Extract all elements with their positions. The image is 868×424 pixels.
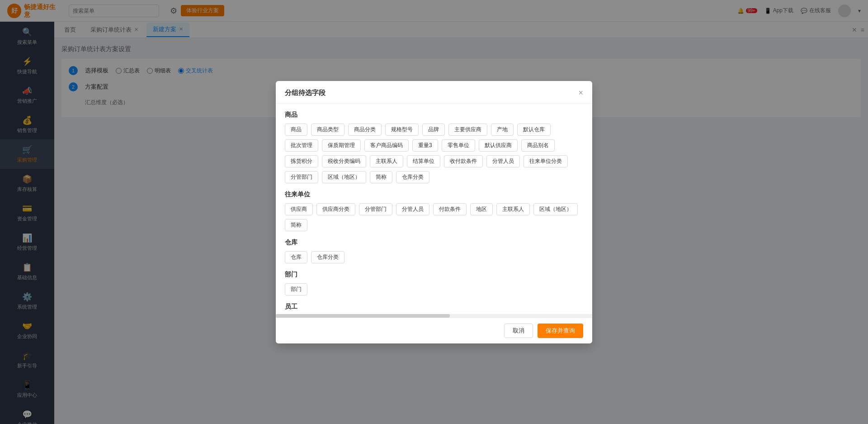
field-tag-0-16[interactable]: 税收分类编码 bbox=[322, 155, 366, 167]
field-tag-0-12[interactable]: 零售单位 bbox=[442, 139, 475, 152]
field-tag-0-6[interactable]: 产地 bbox=[491, 124, 514, 136]
field-tag-1-4[interactable]: 付款条件 bbox=[433, 203, 467, 215]
field-tag-0-13[interactable]: 默认供应商 bbox=[479, 139, 518, 152]
section-1: 往来单位供应商供应商分类分管部门分管人员付款条件地区主联系人区域（地区）简称 bbox=[285, 191, 583, 231]
field-tag-0-3[interactable]: 规格型号 bbox=[385, 124, 419, 136]
section-title-1: 往来单位 bbox=[285, 191, 583, 199]
field-tag-0-22[interactable]: 分管部门 bbox=[285, 171, 318, 183]
field-tag-0-15[interactable]: 拣货积分 bbox=[285, 155, 318, 167]
cancel-button[interactable]: 取消 bbox=[504, 324, 533, 338]
field-tag-0-24[interactable]: 简称 bbox=[370, 171, 392, 183]
section-title-3: 部门 bbox=[285, 271, 583, 279]
field-tag-1-0[interactable]: 供应商 bbox=[285, 203, 313, 215]
field-tag-0-20[interactable]: 分管人员 bbox=[486, 155, 520, 167]
field-tag-1-3[interactable]: 分管人员 bbox=[396, 203, 429, 215]
modal-footer: 取消 保存并查询 bbox=[276, 318, 592, 343]
field-tag-0-23[interactable]: 区域（地区） bbox=[322, 171, 366, 183]
field-tag-0-14[interactable]: 商品别名 bbox=[521, 139, 555, 152]
modal-header: 分组待选字段 × bbox=[276, 81, 592, 104]
field-tag-0-9[interactable]: 保质期管理 bbox=[322, 139, 361, 152]
field-tag-1-2[interactable]: 分管部门 bbox=[359, 203, 392, 215]
field-tag-0-0[interactable]: 商品 bbox=[285, 124, 307, 136]
field-tag-2-0[interactable]: 仓库 bbox=[285, 251, 307, 263]
field-tag-3-0[interactable]: 部门 bbox=[285, 283, 307, 295]
section-tags-0: 商品商品类型商品分类规格型号品牌主要供应商产地默认仓库批次管理保质期管理客户商品… bbox=[285, 124, 583, 183]
save-query-button[interactable]: 保存并查询 bbox=[538, 324, 583, 338]
field-tag-1-1[interactable]: 供应商分类 bbox=[316, 203, 355, 215]
field-tag-1-8[interactable]: 简称 bbox=[285, 219, 307, 231]
section-3: 部门部门 bbox=[285, 271, 583, 295]
modal-title: 分组待选字段 bbox=[285, 89, 326, 97]
section-title-4: 员工 bbox=[285, 303, 583, 311]
field-tag-0-21[interactable]: 往来单位分类 bbox=[524, 155, 568, 167]
section-tags-2: 仓库仓库分类 bbox=[285, 251, 583, 263]
field-tag-0-19[interactable]: 收付款条件 bbox=[444, 155, 483, 167]
section-tags-1: 供应商供应商分类分管部门分管人员付款条件地区主联系人区域（地区）简称 bbox=[285, 203, 583, 231]
field-tag-0-18[interactable]: 结算单位 bbox=[407, 155, 440, 167]
section-4: 员工业务员 bbox=[285, 303, 583, 314]
modal-overlay: 分组待选字段 × 商品商品商品类型商品分类规格型号品牌主要供应商产地默认仓库批次… bbox=[0, 0, 868, 424]
field-tag-0-2[interactable]: 商品分类 bbox=[348, 124, 382, 136]
field-tag-1-5[interactable]: 地区 bbox=[470, 203, 493, 215]
field-tag-0-17[interactable]: 主联系人 bbox=[370, 155, 403, 167]
field-tag-0-7[interactable]: 默认仓库 bbox=[517, 124, 551, 136]
field-tag-2-1[interactable]: 仓库分类 bbox=[311, 251, 344, 263]
field-tag-0-4[interactable]: 品牌 bbox=[422, 124, 445, 136]
field-tag-0-1[interactable]: 商品类型 bbox=[311, 124, 344, 136]
field-tag-1-7[interactable]: 区域（地区） bbox=[533, 203, 578, 215]
section-tags-3: 部门 bbox=[285, 283, 583, 295]
field-tag-0-5[interactable]: 主要供应商 bbox=[448, 124, 487, 136]
field-tag-0-8[interactable]: 批次管理 bbox=[285, 139, 318, 152]
field-tag-0-25[interactable]: 仓库分类 bbox=[396, 171, 429, 183]
scrollbar-thumb bbox=[276, 314, 450, 318]
field-tag-0-10[interactable]: 客户商品编码 bbox=[364, 139, 409, 152]
modal-close-btn[interactable]: × bbox=[578, 88, 583, 98]
horizontal-scrollbar[interactable] bbox=[276, 314, 592, 318]
modal: 分组待选字段 × 商品商品商品类型商品分类规格型号品牌主要供应商产地默认仓库批次… bbox=[276, 81, 592, 343]
section-2: 仓库仓库仓库分类 bbox=[285, 238, 583, 263]
section-title-0: 商品 bbox=[285, 111, 583, 119]
field-tag-1-6[interactable]: 主联系人 bbox=[496, 203, 530, 215]
section-title-2: 仓库 bbox=[285, 238, 583, 247]
modal-body: 商品商品商品类型商品分类规格型号品牌主要供应商产地默认仓库批次管理保质期管理客户… bbox=[276, 104, 592, 314]
field-tag-0-11[interactable]: 重量3 bbox=[412, 139, 438, 152]
section-0: 商品商品商品类型商品分类规格型号品牌主要供应商产地默认仓库批次管理保质期管理客户… bbox=[285, 111, 583, 183]
